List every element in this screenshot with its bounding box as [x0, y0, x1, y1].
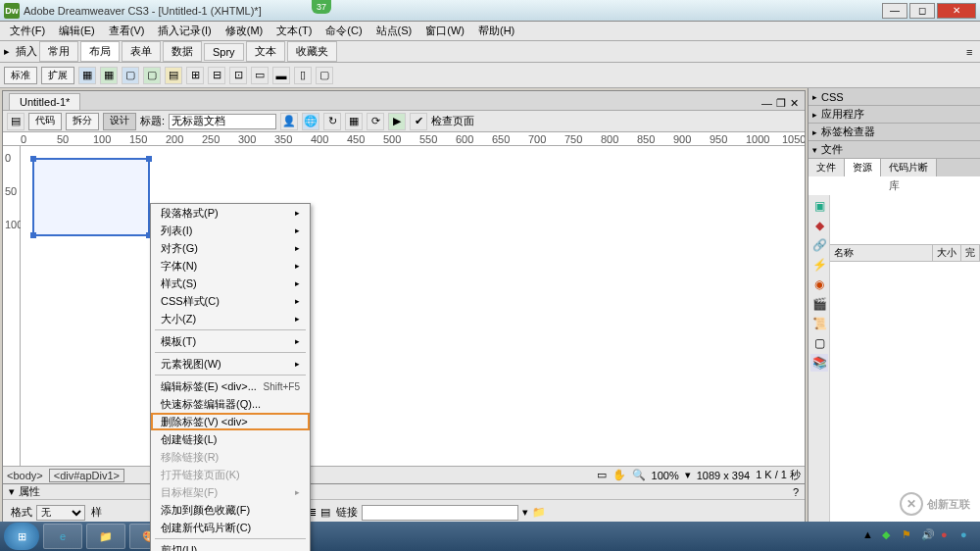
check-page-label[interactable]: 检查页面 — [431, 114, 474, 128]
menu-insert[interactable]: 插入记录(I) — [152, 22, 217, 40]
layout-icon-5[interactable]: ▤ — [165, 67, 182, 84]
zoom-dropdown-icon[interactable]: ▾ — [685, 469, 691, 481]
insert-tab-layout[interactable]: 布局 — [80, 41, 120, 62]
zoom-tool-icon[interactable]: 🔍 — [632, 469, 646, 481]
design-canvas[interactable] — [21, 146, 805, 466]
name-column[interactable]: 名称 — [830, 245, 933, 261]
expanded-mode-button[interactable]: 扩展 — [41, 67, 74, 84]
doc-restore-icon[interactable]: ❐ — [776, 97, 786, 110]
context-menu-item[interactable]: 编辑标签(E) <div>...Shift+F5 — [151, 377, 310, 395]
context-menu-item[interactable]: 元素视图(W)▸ — [151, 355, 310, 373]
layout-icon-7[interactable]: ⊟ — [208, 67, 225, 84]
hand-tool-icon[interactable]: ✋ — [612, 469, 626, 481]
context-menu-item[interactable]: 创建链接(L) — [151, 430, 310, 448]
breadcrumb-body[interactable]: <body> — [7, 470, 43, 481]
templates-category-icon[interactable]: ▢ — [810, 334, 828, 352]
layout-icon-2[interactable]: ▦ — [100, 67, 118, 84]
related-files-icon[interactable]: ▤ — [7, 113, 24, 130]
properties-header[interactable]: ▾ 属性 ? — [3, 484, 805, 500]
zoom-value[interactable]: 100% — [652, 470, 679, 481]
layout-icon-10[interactable]: ▬ — [272, 67, 290, 84]
scripts-category-icon[interactable]: 📜 — [810, 315, 828, 332]
tray-icon-4[interactable]: 🔊 — [921, 528, 937, 544]
colors-category-icon[interactable]: ◆ — [810, 217, 828, 234]
toolbar-icon-3[interactable]: ▦ — [345, 113, 363, 130]
context-menu-item[interactable]: 删除标签(V) <div> — [151, 413, 310, 430]
full-column[interactable]: 完 — [961, 245, 980, 261]
select-tool-icon[interactable]: ▭ — [597, 469, 607, 481]
insert-tab-spry[interactable]: Spry — [204, 43, 244, 61]
insert-tab-common[interactable]: 常用 — [39, 41, 78, 62]
split-view-button[interactable]: 拆分 — [66, 113, 99, 130]
insert-tab-data[interactable]: 数据 — [163, 41, 202, 62]
size-column[interactable]: 大小 — [933, 245, 961, 261]
snippets-tab[interactable]: 代码片断 — [881, 159, 937, 176]
tray-icon-5[interactable]: ● — [941, 528, 956, 544]
menu-view[interactable]: 查看(V) — [103, 22, 151, 40]
doc-minimize-icon[interactable]: — — [761, 97, 772, 110]
chevron-down-icon[interactable]: ▾ — [9, 485, 15, 498]
format-select[interactable]: 无 — [36, 505, 85, 521]
maximize-button[interactable]: ◻ — [909, 3, 935, 19]
images-category-icon[interactable]: ▣ — [810, 197, 828, 215]
menu-file[interactable]: 文件(F) — [4, 22, 51, 40]
menu-site[interactable]: 站点(S) — [370, 22, 418, 40]
toolbar-icon-1[interactable]: 👤 — [280, 113, 298, 130]
library-category-icon[interactable]: 📚 — [810, 354, 828, 372]
context-menu-item[interactable]: 样式(S)▸ — [151, 275, 310, 292]
context-menu-item[interactable]: 添加到颜色收藏(F) — [151, 501, 310, 519]
code-view-button[interactable]: 代码 — [28, 113, 62, 130]
assets-tab[interactable]: 资源 — [845, 159, 881, 176]
menu-modify[interactable]: 修改(M) — [220, 22, 270, 40]
movies-category-icon[interactable]: 🎬 — [810, 295, 828, 313]
start-button[interactable]: ⊞ — [4, 523, 39, 550]
title-input[interactable] — [169, 114, 276, 129]
insert-expand-icon[interactable]: ≡ — [966, 46, 976, 58]
context-menu-item[interactable]: 模板(T)▸ — [151, 332, 310, 350]
layout-icon-11[interactable]: ▯ — [294, 67, 312, 84]
tray-icon-3[interactable]: ⚑ — [902, 528, 917, 544]
flash-category-icon[interactable]: ⚡ — [810, 256, 828, 274]
insert-tab-favorites[interactable]: 收藏夹 — [287, 41, 337, 62]
menu-edit[interactable]: 编辑(E) — [53, 22, 101, 40]
align-justify-icon[interactable]: ▤ — [320, 506, 330, 519]
task-explorer-icon[interactable]: 📁 — [86, 524, 125, 549]
files-panel-header[interactable]: ▾文件 — [808, 141, 980, 159]
globe-icon[interactable]: 🌐 — [302, 113, 319, 130]
minimize-button[interactable]: — — [882, 3, 907, 19]
help-icon[interactable]: ? — [793, 486, 799, 498]
layout-icon-4[interactable]: ▢ — [143, 67, 161, 84]
layout-icon-3[interactable]: ▢ — [122, 67, 139, 84]
task-ie-icon[interactable]: e — [43, 524, 82, 549]
refresh-icon[interactable]: ↻ — [323, 113, 341, 130]
breadcrumb-div[interactable]: <div#apDiv1> — [49, 469, 124, 482]
insert-tab-forms[interactable]: 表单 — [122, 41, 161, 62]
standard-mode-button[interactable]: 标准 — [4, 67, 37, 84]
context-menu-item[interactable]: 大小(Z)▸ — [151, 310, 310, 327]
files-tab[interactable]: 文件 — [808, 159, 845, 176]
context-menu-item[interactable]: CSS样式(C)▸ — [151, 292, 310, 310]
context-menu-item[interactable]: 字体(N)▸ — [151, 257, 310, 275]
link-input[interactable] — [362, 505, 518, 521]
layout-icon-8[interactable]: ⊡ — [229, 67, 247, 84]
insert-collapse-icon[interactable]: ▸ — [4, 45, 14, 58]
shockwave-category-icon[interactable]: ◉ — [810, 276, 828, 293]
folder-icon[interactable]: 📁 — [532, 506, 546, 519]
context-menu-item[interactable]: 段落格式(P)▸ — [151, 204, 310, 222]
context-menu-item[interactable]: 剪切(U) — [151, 541, 310, 551]
layout-icon-9[interactable]: ▭ — [251, 67, 269, 84]
validate-icon[interactable]: ▶ — [388, 113, 406, 130]
context-menu-item[interactable]: 快速标签编辑器(Q)... — [151, 395, 310, 413]
urls-category-icon[interactable]: 🔗 — [810, 236, 828, 254]
notification-badge[interactable]: 37 — [312, 0, 331, 14]
app-panel-header[interactable]: ▸应用程序 — [808, 106, 980, 124]
close-button[interactable]: ✕ — [937, 3, 976, 19]
menu-help[interactable]: 帮助(H) — [472, 22, 520, 40]
layout-icon-12[interactable]: ▢ — [316, 67, 333, 84]
insert-tab-text[interactable]: 文本 — [246, 41, 285, 62]
link-dropdown-icon[interactable]: ▾ — [522, 506, 528, 519]
context-menu-item[interactable]: 创建新代码片断(C) — [151, 519, 310, 536]
tray-icon-2[interactable]: ◆ — [882, 528, 898, 544]
menu-commands[interactable]: 命令(C) — [319, 22, 368, 40]
tray-icon-1[interactable]: ▲ — [862, 528, 878, 544]
